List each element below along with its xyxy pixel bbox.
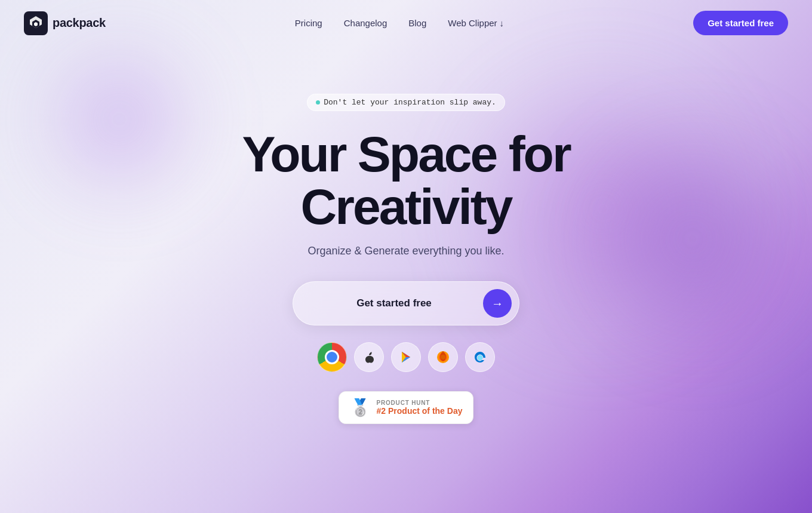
edge-icon[interactable]	[465, 342, 495, 372]
apple-icon[interactable]	[354, 342, 384, 372]
hero-title: Your Space for Creativity	[137, 128, 675, 233]
ph-rank: #2 Product of the Day	[377, 406, 463, 416]
arrow-icon: →	[491, 297, 503, 311]
firefox-icon[interactable]	[428, 342, 458, 372]
nav-pricing[interactable]: Pricing	[295, 18, 322, 28]
cta-arrow-button[interactable]: →	[483, 289, 512, 318]
tagline-badge: Don't let your inspiration slip away.	[307, 94, 505, 111]
platform-icons	[317, 342, 495, 372]
chrome-icon[interactable]	[317, 342, 347, 372]
hero-section: Don't let your inspiration slip away. Yo…	[0, 46, 812, 424]
cta-text: Get started free	[317, 297, 471, 309]
navbar: packpack Pricing Changelog Blog Web Clip…	[0, 0, 812, 46]
google-play-icon[interactable]	[391, 342, 421, 372]
product-hunt-badge[interactable]: 🥈 PRODUCT HUNT #2 Product of the Day	[339, 391, 474, 424]
tagline-text: Don't let your inspiration slip away.	[324, 98, 496, 107]
tagline-dot	[316, 100, 320, 105]
ph-medal-icon: 🥈	[350, 398, 371, 417]
nav-web-clipper[interactable]: Web Clipper ↓	[448, 18, 504, 28]
logo-text: packpack	[53, 16, 106, 30]
nav-changelog[interactable]: Changelog	[344, 18, 387, 28]
ph-label: PRODUCT HUNT	[377, 400, 430, 406]
nav-cta-button[interactable]: Get started free	[693, 11, 788, 35]
hero-subtitle: Organize & Generate everything you like.	[307, 245, 504, 257]
nav-blog[interactable]: Blog	[408, 18, 426, 28]
cta-container: Get started free →	[293, 281, 519, 325]
ph-info: PRODUCT HUNT #2 Product of the Day	[377, 400, 463, 416]
logo[interactable]: packpack	[24, 11, 106, 35]
logo-icon	[24, 11, 48, 35]
chevron-down-icon: ↓	[500, 18, 505, 28]
nav-links: Pricing Changelog Blog Web Clipper ↓	[295, 18, 504, 28]
